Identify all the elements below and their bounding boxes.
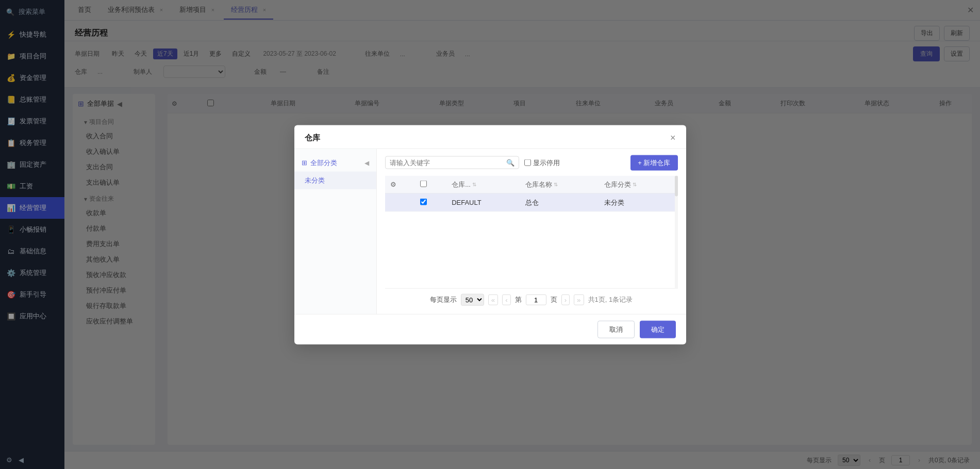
cancel-button[interactable]: 取消	[597, 320, 635, 338]
row-settings-cell	[385, 193, 416, 212]
show-disabled-label: 显示停用	[533, 158, 560, 167]
th-modal-name: 仓库名称 ⇅	[520, 175, 599, 193]
show-disabled-checkbox-label[interactable]: 显示停用	[524, 158, 560, 167]
category-collapse-arrow[interactable]: ◀	[364, 159, 369, 166]
modal-page-label-pre: 第	[515, 295, 522, 304]
all-category-item[interactable]: ⊞ 全部分类 ◀	[294, 154, 376, 171]
scrollbar-thumb[interactable]	[675, 175, 678, 196]
modal-prev-page-btn[interactable]: ‹	[502, 294, 510, 305]
modal-toolbar: 🔍 显示停用 + 新增仓库	[385, 155, 678, 170]
th-modal-checkbox	[415, 175, 446, 193]
modal-right-panel: 🔍 显示停用 + 新增仓库 ⚙	[377, 149, 686, 314]
warehouse-search-input[interactable]	[390, 159, 506, 167]
table-row[interactable]: DEFAULT 总仓 未分类	[385, 193, 678, 212]
grid-cat-icon: ⊞	[302, 159, 307, 167]
modal-next-page-btn[interactable]: ›	[561, 294, 570, 305]
code-sort-icon[interactable]: ⇅	[472, 182, 476, 187]
modal-footer: 取消 确定	[294, 314, 686, 344]
modal-first-page-btn[interactable]: «	[488, 294, 498, 305]
all-category-label: 全部分类	[310, 158, 337, 167]
modal-category-panel: ⊞ 全部分类 ◀ 未分类	[294, 149, 377, 314]
modal-last-page-btn[interactable]: »	[574, 294, 584, 305]
uncategorized-item[interactable]: 未分类	[294, 171, 376, 189]
modal-page-input[interactable]	[526, 294, 546, 305]
th-modal-category: 仓库分类 ⇅	[599, 175, 678, 193]
col-code-label: 仓库...	[452, 180, 471, 189]
warehouse-search-box: 🔍	[385, 156, 519, 169]
warehouse-table: ⚙ 仓库... ⇅ 仓库名称 ⇅	[385, 175, 678, 212]
modal-body: ⊞ 全部分类 ◀ 未分类 🔍 显示停用 + 新增仓库	[294, 149, 686, 314]
th-modal-code: 仓库... ⇅	[446, 175, 520, 193]
row-name-cell: 总仓	[520, 193, 599, 212]
confirm-button[interactable]: 确定	[640, 320, 676, 338]
col-name-label: 仓库名称	[525, 180, 552, 189]
modal-header: 仓库 ×	[294, 125, 686, 149]
modal-per-page-select[interactable]: 50	[461, 294, 484, 305]
modal-total-label: 共1页, 1条记录	[588, 295, 633, 304]
modal-pagination: 每页显示 50 « ‹ 第 页 › » 共1页, 1条记录	[385, 288, 678, 308]
warehouse-search-icon[interactable]: 🔍	[506, 159, 514, 167]
col-settings-icon[interactable]: ⚙	[390, 181, 396, 188]
col-category-label: 仓库分类	[604, 180, 631, 189]
modal-page-label: 页	[551, 295, 557, 304]
modal-select-all[interactable]	[420, 180, 427, 187]
name-sort-icon[interactable]: ⇅	[554, 182, 558, 187]
add-warehouse-button[interactable]: + 新增仓库	[630, 155, 677, 170]
modal-table-container: ⚙ 仓库... ⇅ 仓库名称 ⇅	[385, 175, 678, 288]
th-modal-settings: ⚙	[385, 175, 416, 193]
modal-per-page-label: 每页显示	[430, 295, 457, 304]
modal-title: 仓库	[305, 133, 320, 142]
row-checkbox[interactable]	[420, 198, 427, 205]
row-category-cell: 未分类	[599, 193, 678, 212]
category-sort-icon[interactable]: ⇅	[633, 182, 637, 187]
uncategorized-label: 未分类	[305, 176, 325, 184]
show-disabled-checkbox[interactable]	[524, 159, 531, 166]
scrollbar-track	[675, 175, 678, 288]
row-code-cell: DEFAULT	[446, 193, 520, 212]
warehouse-modal: 仓库 × ⊞ 全部分类 ◀ 未分类 🔍	[294, 125, 686, 344]
row-checkbox-cell	[415, 193, 446, 212]
modal-close-button[interactable]: ×	[670, 132, 676, 143]
